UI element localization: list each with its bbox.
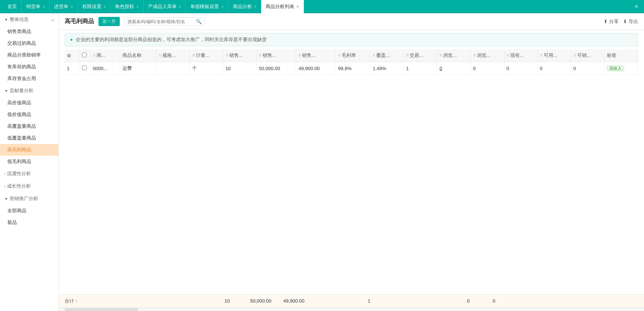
col-code: ⇅ 商... [90,49,120,62]
data-table: ⚙ ⇅ 商... 商品名称 [65,49,638,75]
cell-sale-qty: 10 [223,62,256,75]
footer-bar: 合计： 10 50,000.00 49,900.00 1 0 0 [59,294,644,307]
cell-code: 0000... [90,62,120,75]
cell-gross-rate: 99.8% [336,62,370,75]
col-trade: ⇅ 交易... [404,49,437,62]
settings-icon: ⚙ [67,53,71,58]
sidebar-item-new-goods[interactable]: 新品 [0,217,58,228]
nav-tab-home[interactable]: 首页 [3,0,22,13]
cell-available: 0 [537,62,571,75]
sidebar-item-category-rate[interactable]: 商品分类助销率 [0,49,58,61]
nav-tab-purchase-close[interactable]: × [71,4,73,9]
table-header-row: ⚙ ⇅ 商... 商品名称 [65,49,638,62]
col-sale-profit: ⇅ 销售... [296,49,336,62]
arrow-icon-marketing: ▼ [4,197,8,201]
sidebar-group-marketing-title[interactable]: ▼ 营销推广分析 [0,192,58,205]
col-browse1: ⇅ 浏览... [437,49,471,62]
nav-tab-analysis-close[interactable]: × [254,4,256,9]
nav-tab-sales-close[interactable]: × [43,4,45,9]
nav-tab-template[interactable]: 单据模板设置 × [186,0,228,13]
col-sale-amt: ⇅ 销售... [256,49,296,62]
sidebar-item-high-coverage[interactable]: 高覆盖量商品 [0,120,58,132]
footer-cells: 10 50,000.00 49,900.00 1 0 0 [86,298,638,304]
footer-current [439,298,465,304]
share-icon: ⬆ [604,19,608,24]
share-label: 分享 [609,18,619,25]
nav-tab-product-in-close[interactable]: × [179,4,181,9]
close-all-button[interactable]: × [632,3,641,10]
cell-sale-profit: 49,900.00 [296,62,336,75]
sidebar-group-contribution-title[interactable]: ▼ 贡献量分析 [0,84,58,97]
nav-tab-sales-label: 销货单 [26,3,40,10]
select-all-checkbox[interactable] [82,53,87,57]
export-button[interactable]: ⬇ 导出 [623,18,638,25]
total-label: 合计： [65,298,79,304]
sidebar-item-low-value[interactable]: 低价值商品 [0,109,58,120]
sidebar-item-low-margin[interactable]: 低毛利商品 [0,156,58,167]
col-checkbox [79,49,90,62]
sidebar-item-high-value[interactable]: 高价值商品 [0,97,58,109]
footer-coverage [340,298,366,304]
sidebar-item-all-goods[interactable]: 全部商品 [0,205,58,217]
sidebar: « ▼ 整体信息 销售类商品 交易过的商品 商品分类助销率 有库存的商品 库存资… [0,13,59,311]
cell-browse2: 0 [471,62,504,75]
sidebar-group-growth: › 成长性分析 [0,180,58,192]
search-input[interactable] [127,19,194,24]
nav-tab-analysis-list[interactable]: 商品分析列表 × [261,0,303,13]
nav-tab-permission-close[interactable]: × [104,4,106,9]
table-row: 1 0000... 运费 个 10 50,000.00 49,900.00 99… [65,62,638,75]
sidebar-group-overall-label: 整体信息 [10,16,29,23]
row-checkbox[interactable] [82,65,87,70]
sidebar-group-circulation-title[interactable]: › 流通性分析 [0,167,58,180]
main-layout: « ▼ 整体信息 销售类商品 交易过的商品 商品分类助销率 有库存的商品 库存资… [0,13,644,311]
sidebar-group-growth-title[interactable]: › 成长性分析 [0,180,58,192]
nav-tab-purchase[interactable]: 进货单 × [50,0,78,13]
collapse-icon: « [51,17,54,23]
sidebar-item-low-coverage[interactable]: 低覆盖量商品 [0,132,58,144]
footer-sale-profit: 49,900.00 [281,298,314,304]
page-title: 高毛利商品 [65,18,94,25]
nav-tab-analysis-list-close[interactable]: × [296,4,299,9]
period-button[interactable]: 近一月 [98,17,120,26]
footer-seq [86,298,101,304]
sidebar-item-sales-goods[interactable]: 销售类商品 [0,26,58,37]
sidebar-item-stock-capital[interactable]: 库存资金占用 [0,73,58,84]
cell-name: 运费 [120,62,156,75]
share-button[interactable]: ⬆ 分享 [604,18,619,25]
scrollbar-thumb [65,308,138,311]
cell-sale-amt: 50,000.00 [256,62,296,75]
footer-browse2 [413,298,439,304]
nav-tab-template-close[interactable]: × [221,4,223,9]
col-coverage: ⇅ 覆盖... [370,49,404,62]
bottom-scrollbar[interactable] [59,307,644,311]
search-icon[interactable]: 🔍 [196,19,202,24]
browse1-link[interactable]: 0 [439,66,442,71]
sidebar-item-traded-goods[interactable]: 交易过的商品 [0,37,58,49]
arrow-icon-contribution: ▼ [4,89,8,93]
nav-tab-permission[interactable]: 权限设置 × [78,0,111,13]
nav-tab-role-close[interactable]: × [136,4,138,9]
search-box: 🔍 [124,17,205,26]
export-icon: ⬇ [623,19,627,24]
nav-tab-analysis-list-label: 商品分析列表 [266,3,294,10]
nav-tab-role[interactable]: 角色授权 × [111,0,143,13]
col-browse2: ⇅ 浏览... [471,49,504,62]
nav-tab-sales[interactable]: 销货单 × [22,0,50,13]
export-label: 导出 [629,18,638,25]
col-settings[interactable]: ⚙ [65,49,79,62]
sidebar-item-in-stock[interactable]: 有库存的商品 [0,61,58,73]
sidebar-group-contribution: ▼ 贡献量分析 高价值商品 低价值商品 高覆盖量商品 低覆盖量商品 高毛利商品 … [0,84,58,167]
nav-tab-product-in-label: 产成品入库单 [148,3,177,10]
tag-badge: 高收入 [607,65,624,71]
nav-tab-role-label: 角色授权 [115,3,134,10]
sidebar-collapse-button[interactable]: « [49,16,56,23]
col-gross-rate: ⇅ 毛利率 [336,49,370,62]
sidebar-item-high-margin[interactable]: 高毛利商品 [0,144,58,156]
col-name: 商品名称 [120,49,156,62]
sort-sale-profit-icon[interactable]: ⇅ [298,54,301,57]
nav-tab-analysis-label: 商品分析 [233,3,252,10]
nav-tab-product-in[interactable]: 产成品入库单 × [144,0,186,13]
nav-tab-analysis[interactable]: 商品分析 × [229,0,261,13]
sidebar-group-contribution-label: 贡献量分析 [10,87,33,94]
cell-checkbox [79,62,90,75]
